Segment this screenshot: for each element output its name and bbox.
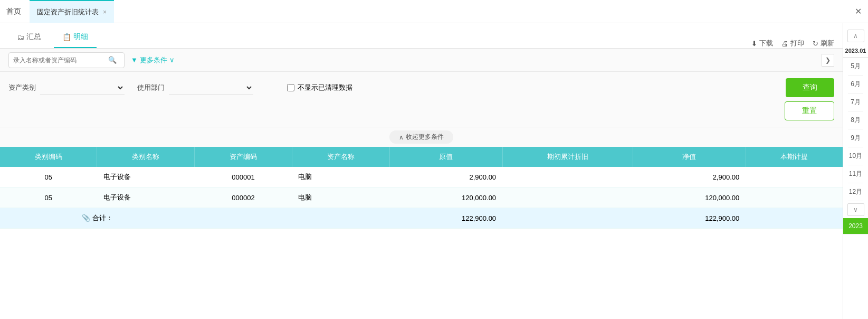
col-original-value: 原值	[389, 147, 502, 167]
total-current-period	[746, 208, 843, 229]
tab-summary[interactable]: 🗂 汇总	[8, 27, 50, 48]
total-asset-name	[292, 208, 389, 229]
cell-current-period	[746, 167, 843, 187]
detail-label: 明细	[73, 32, 88, 42]
col-category-name: 类别名称	[97, 147, 195, 167]
download-icon: ⬇	[751, 40, 757, 48]
total-label: 📎合计：	[0, 208, 195, 229]
table-header-row: 类别编码 类别名称 资产编码 资产名称 原值 期初累计折旧 净值 本期计提	[0, 147, 843, 167]
table-row: 05 电子设备 000002 电脑 120,000.00 120,000.00	[0, 187, 843, 208]
asset-category-select[interactable]	[40, 80, 125, 95]
asset-category-label: 资产类别	[8, 83, 36, 92]
right-sidebar: ∧ 2023.01 5月6月7月8月9月10月11月12月 ∨ 2023	[843, 23, 868, 319]
download-button[interactable]: ⬇ 下载	[751, 39, 773, 48]
cell-original-value: 2,900.00	[389, 167, 502, 187]
cell-accumulated-depreciation	[502, 187, 633, 208]
toolbar-actions: ⬇ 下载 🖨 打印 ↻ 刷新	[751, 39, 834, 48]
filter-icon: ▼	[131, 56, 138, 64]
cell-asset-name: 电脑	[292, 167, 389, 187]
sidebar-month-item[interactable]: 8月	[848, 111, 863, 129]
table-wrap: 类别编码 类别名称 资产编码 资产名称 原值 期初累计折旧 净值 本期计提 05…	[0, 147, 843, 319]
chevron-down-icon: ∨	[169, 56, 175, 64]
cell-net-value: 2,900.00	[633, 167, 746, 187]
cell-asset-name: 电脑	[292, 187, 389, 208]
window-close-button[interactable]: ✕	[855, 6, 862, 16]
cell-accumulated-depreciation	[502, 167, 633, 187]
department-select[interactable]	[169, 80, 253, 95]
filter-row-1: 资产类别 使用部门 不显示已清理数据 查询	[8, 78, 834, 97]
data-table: 类别编码 类别名称 资产编码 资产名称 原值 期初累计折旧 净值 本期计提 05…	[0, 147, 843, 229]
top-bar: 首页 固定资产折旧统计表 × ✕	[0, 0, 868, 23]
main-container: 🗂 汇总 📋 明细 ⬇ 下载 🖨 打印 ↻ 刷新	[0, 23, 868, 319]
left-panel: 🗂 汇总 📋 明细 ⬇ 下载 🖨 打印 ↻ 刷新	[0, 23, 843, 319]
cell-asset-code: 000002	[195, 187, 292, 208]
more-filter-button[interactable]: ▼ 更多条件 ∨	[131, 55, 175, 65]
total-accumulated-depreciation	[502, 208, 633, 229]
sidebar-month-item[interactable]: 10月	[848, 147, 863, 165]
filter-area: 资产类别 使用部门 不显示已清理数据 查询 重置	[0, 72, 843, 127]
home-nav[interactable]: 首页	[6, 7, 21, 16]
reset-button[interactable]: 重置	[785, 101, 834, 120]
col-net-value: 净值	[633, 147, 746, 167]
total-icon: 📎	[82, 214, 90, 222]
search-input-wrapper: 🔍	[8, 52, 125, 68]
hide-cleared-label: 不显示已清理数据	[298, 83, 352, 92]
total-row: 📎合计： 122,900.00 122,900.00	[0, 208, 843, 229]
department-label: 使用部门	[137, 83, 165, 92]
filter-asset-category: 资产类别	[8, 80, 125, 95]
sidebar-month-item[interactable]: 6月	[848, 76, 863, 93]
col-asset-code: 资产编码	[195, 147, 292, 167]
sidebar-current-date: 2023.01	[843, 44, 868, 58]
total-net-value: 122,900.00	[633, 208, 746, 229]
col-category-code: 类别编码	[0, 147, 97, 167]
summary-icon: 🗂	[17, 33, 24, 41]
cell-asset-code: 000001	[195, 167, 292, 187]
total-original-value: 122,900.00	[389, 208, 502, 229]
tab-label: 固定资产折旧统计表	[37, 7, 99, 17]
filter-department: 使用部门	[137, 80, 253, 95]
col-accumulated-depreciation: 期初累计折旧	[502, 147, 633, 167]
cell-net-value: 120,000.00	[633, 187, 746, 208]
sub-tabs-bar: 🗂 汇总 📋 明细 ⬇ 下载 🖨 打印 ↻ 刷新	[0, 23, 843, 49]
search-icon[interactable]: 🔍	[108, 56, 117, 64]
collapse-bar: ∧ 收起更多条件	[0, 127, 843, 147]
expand-button[interactable]: ❯	[822, 54, 834, 67]
active-tab: 固定资产折旧统计表 ×	[30, 0, 114, 23]
collapse-icon: ∧	[399, 134, 404, 141]
table-row: 05 电子设备 000001 电脑 2,900.00 2,900.00	[0, 167, 843, 187]
refresh-icon: ↻	[813, 40, 818, 48]
expand-icon: ❯	[825, 57, 831, 64]
filter-row-2: 重置	[8, 101, 834, 120]
tab-close-button[interactable]: ×	[103, 8, 107, 16]
sidebar-month-item[interactable]: 5月	[848, 58, 863, 76]
cell-current-period	[746, 187, 843, 208]
search-input[interactable]	[13, 57, 108, 64]
cell-category-name: 电子设备	[97, 167, 195, 187]
print-icon: 🖨	[781, 40, 788, 48]
scroll-down-button[interactable]: ∨	[847, 203, 864, 216]
detail-icon: 📋	[62, 33, 71, 41]
sidebar-month-item[interactable]: 12月	[848, 183, 863, 201]
tab-detail[interactable]: 📋 明细	[54, 27, 97, 48]
cell-category-name: 电子设备	[97, 187, 195, 208]
scroll-up-button[interactable]: ∧	[847, 30, 864, 42]
sidebar-months-list: 5月6月7月8月9月10月11月12月	[848, 58, 863, 201]
cell-category-code: 05	[0, 167, 97, 187]
cell-original-value: 120,000.00	[389, 187, 502, 208]
summary-label: 汇总	[26, 32, 41, 42]
sidebar-year-badge[interactable]: 2023	[843, 218, 868, 234]
hide-cleared-filter: 不显示已清理数据	[287, 83, 352, 92]
search-bar: 🔍 ▼ 更多条件 ∨ ❯	[0, 49, 843, 72]
sidebar-month-item[interactable]: 9月	[848, 129, 863, 147]
sidebar-month-item[interactable]: 11月	[848, 165, 863, 183]
hide-cleared-checkbox[interactable]	[287, 84, 294, 91]
print-button[interactable]: 🖨 打印	[781, 39, 804, 48]
refresh-button[interactable]: ↻ 刷新	[813, 39, 834, 48]
sidebar-month-item[interactable]: 7月	[848, 93, 863, 111]
col-current-period: 本期计提	[746, 147, 843, 167]
cell-category-code: 05	[0, 187, 97, 208]
collapse-button[interactable]: ∧ 收起更多条件	[389, 130, 453, 144]
total-asset-code	[195, 208, 292, 229]
query-button[interactable]: 查询	[786, 78, 834, 97]
table-body: 05 电子设备 000001 电脑 2,900.00 2,900.00 05 电…	[0, 167, 843, 229]
